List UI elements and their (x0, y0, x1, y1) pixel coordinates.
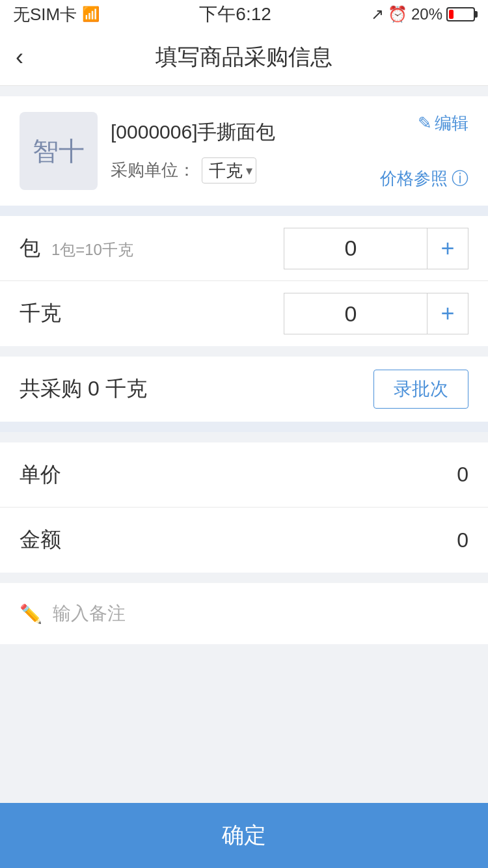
remark-placeholder: 输入备注 (53, 601, 126, 626)
battery-fill (449, 10, 454, 19)
price-ref-info-icon: ⓘ (452, 167, 468, 190)
summary-text: 共采购 0 千克 (20, 375, 147, 403)
plus-button-kg[interactable]: + (427, 293, 468, 334)
unit-select-wrap[interactable]: 千克 (202, 157, 256, 183)
page-title: 填写商品采购信息 (156, 42, 332, 72)
batch-button[interactable]: 录批次 (373, 370, 468, 409)
edit-label: 编辑 (435, 112, 468, 135)
price-section: 单价 0 金额 0 (0, 442, 488, 573)
input-row-bao: 包 1包=10千克 + (0, 216, 488, 281)
edit-icon: ✎ (418, 113, 432, 133)
plus-button-bao[interactable]: + (427, 228, 468, 269)
alarm-icon: ⏰ (388, 5, 407, 23)
qty-input-bao[interactable] (284, 228, 427, 269)
input-label-bao: 包 1包=10千克 (20, 234, 284, 263)
battery-icon (446, 7, 475, 21)
product-name: [0000006]手撕面包 (111, 119, 468, 146)
unit-label: 采购单位： (111, 159, 195, 182)
confirm-bar[interactable]: 确定 (0, 803, 488, 868)
summary-row: 共采购 0 千克 录批次 (0, 357, 488, 422)
input-sublabel-bao: 1包=10千克 (51, 241, 133, 258)
price-value-unit: 0 (457, 463, 468, 487)
unit-select[interactable]: 千克 (202, 157, 256, 183)
back-button[interactable]: ‹ (16, 44, 23, 71)
location-icon: ↗ (371, 5, 384, 23)
carrier-text: 无SIM卡 (13, 3, 77, 26)
divider-1 (0, 206, 488, 216)
product-thumbnail: 智十 (20, 112, 98, 190)
input-label-kg: 千克 (20, 299, 284, 328)
input-row-kg: 千克 + (0, 281, 488, 346)
summary-value: 0 (88, 377, 105, 400)
edit-button[interactable]: ✎ 编辑 (418, 112, 468, 135)
divider-2 (0, 422, 488, 432)
battery-text: 20% (411, 5, 442, 23)
input-section: 包 1包=10千克 + 千克 + (0, 216, 488, 346)
summary-section: 共采购 0 千克 录批次 (0, 357, 488, 422)
product-card: 智十 [0000006]手撕面包 采购单位： 千克 ✎ 编辑 价格参照 ⓘ (0, 96, 488, 206)
remark-section[interactable]: ✏️ 输入备注 (0, 583, 488, 644)
status-right: ↗ ⏰ 20% (371, 5, 475, 23)
price-row-unit: 单价 0 (0, 442, 488, 508)
price-label-unit: 单价 (20, 461, 61, 489)
pencil-icon: ✏️ (20, 603, 42, 625)
main-content: 智十 [0000006]手撕面包 采购单位： 千克 ✎ 编辑 价格参照 ⓘ (0, 96, 488, 722)
product-thumb-text: 智十 (33, 133, 85, 169)
price-value-amount: 0 (457, 528, 468, 552)
summary-unit: 千克 (105, 377, 147, 400)
confirm-button[interactable]: 确定 (222, 821, 266, 850)
price-label-amount: 金额 (20, 526, 61, 554)
wifi-icon: 📶 (82, 6, 100, 23)
nav-bar: ‹ 填写商品采购信息 (0, 29, 488, 86)
qty-input-kg[interactable] (284, 293, 427, 334)
input-control-bao: + (284, 228, 468, 269)
status-bar: 无SIM卡 📶 下午6:12 ↗ ⏰ 20% (0, 0, 488, 29)
status-left: 无SIM卡 📶 (13, 3, 100, 26)
price-ref-button[interactable]: 价格参照 ⓘ (380, 167, 468, 190)
summary-prefix: 共采购 (20, 377, 82, 400)
price-ref-label: 价格参照 (380, 167, 448, 190)
price-row-amount: 金额 0 (0, 508, 488, 573)
time-display: 下午6:12 (199, 2, 271, 27)
input-control-kg: + (284, 293, 468, 334)
